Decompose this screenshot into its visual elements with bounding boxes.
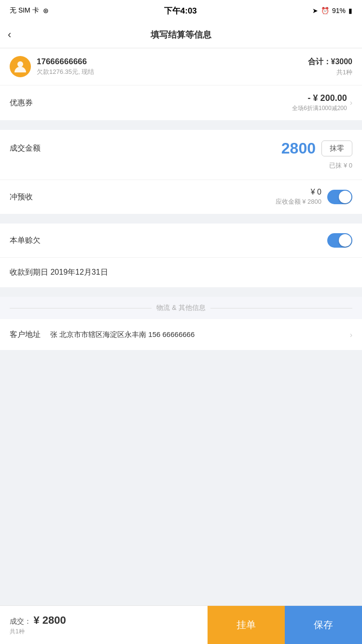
status-left: 无 SIM 卡 ⊛ (10, 6, 49, 15)
amount-label: 成交金额 (10, 143, 41, 154)
coupon-right: - ¥ 200.00 全场6折满1000减200 › (292, 93, 352, 112)
customer-sub: 欠款1276.35元, 现结 (37, 68, 94, 76)
customer-info: 17666666666 欠款1276.35元, 现结 (37, 57, 94, 76)
logistics-label: 物流 & 其他信息 (156, 304, 205, 312)
battery-icon: ▮ (348, 7, 352, 14)
bottom-bar: 成交： ¥ 2800 共1种 挂单 保存 (0, 605, 362, 644)
main-content: 17666666666 欠款1276.35元, 现结 合计：¥3000 共1种 … (0, 48, 362, 466)
nav-bar: ‹ 填写结算等信息 (0, 21, 362, 48)
coupon-discount: - ¥ 200.00 (292, 93, 347, 103)
hold-button[interactable]: 挂单 (208, 606, 285, 644)
battery-text: 91% (332, 7, 346, 14)
total-count: 共1种 (308, 68, 353, 77)
prepay-sub: 应收金额 ¥ 2800 (276, 197, 321, 206)
amount-row: 成交金额 2800 抹零 (10, 140, 352, 157)
prepay-amount: ¥ 0 (276, 188, 321, 196)
divider-line-right (210, 308, 352, 308)
section-divider-1 (0, 125, 362, 130)
svg-point-0 (17, 61, 23, 67)
bottom-total-label: 成交： (10, 617, 31, 625)
status-bar: 无 SIM 卡 ⊛ 下午4:03 ➤ ⏰ 91% ▮ (0, 0, 362, 21)
coupon-desc: 全场6折满1000减200 (292, 104, 347, 112)
coupon-row[interactable]: 优惠券 - ¥ 200.00 全场6折满1000减200 › (0, 85, 362, 120)
avatar (10, 56, 31, 77)
amount-section: 成交金额 2800 抹零 已抹 ¥ 0 (0, 130, 362, 180)
back-button[interactable]: ‹ (8, 28, 11, 41)
page-title: 填写结算等信息 (151, 29, 211, 41)
address-value: 张 北京市市辖区海淀区永丰南 156 66666666 (50, 329, 350, 340)
due-date-value: 2019年12月31日 (50, 268, 108, 276)
bottom-total-value: ¥ 2800 (33, 614, 66, 626)
address-chevron-icon: › (350, 331, 352, 339)
prepay-detail: ¥ 0 应收金额 ¥ 2800 (276, 188, 321, 206)
sim-text: 无 SIM 卡 (10, 6, 39, 15)
bottom-summary: 成交： ¥ 2800 共1种 (0, 614, 208, 636)
address-label: 客户地址 (10, 330, 41, 340)
coupon-chevron-icon: › (350, 98, 352, 107)
bottom-count: 共1种 (10, 628, 198, 636)
prepay-right: ¥ 0 应收金额 ¥ 2800 (276, 188, 352, 206)
amount-value: 2800 (281, 140, 316, 157)
due-date-row: 收款到期日 2019年12月31日 (0, 257, 362, 287)
wifi-icon: ⊛ (43, 7, 49, 14)
avatar-icon (13, 59, 28, 74)
due-date-label: 收款到期日 (10, 268, 48, 276)
customer-phone: 17666666666 (37, 57, 94, 67)
debt-section: 本单赊欠 (0, 224, 362, 257)
debt-label: 本单赊欠 (10, 236, 41, 246)
coupon-detail: - ¥ 200.00 全场6折满1000减200 (292, 93, 347, 112)
debt-toggle[interactable] (327, 233, 352, 248)
total-label: 合计：¥3000 (308, 57, 353, 67)
section-divider-2 (0, 219, 362, 224)
customer-row: 17666666666 欠款1276.35元, 现结 合计：¥3000 共1种 (0, 48, 362, 85)
location-icon: ➤ (312, 7, 318, 14)
address-row[interactable]: 客户地址 张 北京市市辖区海淀区永丰南 156 66666666 › (0, 319, 362, 350)
section-divider-3 (0, 292, 362, 297)
status-time: 下午4:03 (164, 5, 197, 16)
gray-area (0, 350, 362, 418)
coupon-label: 优惠券 (10, 98, 33, 108)
logistics-divider: 物流 & 其他信息 (0, 297, 362, 319)
prepay-row: 冲预收 ¥ 0 应收金额 ¥ 2800 (0, 180, 362, 214)
divider-line-left (10, 308, 152, 308)
amount-right: 2800 抹零 (281, 140, 352, 157)
save-button[interactable]: 保存 (285, 606, 362, 644)
prepay-toggle[interactable] (327, 190, 352, 204)
amount-card: 成交金额 2800 抹零 已抹 ¥ 0 冲预收 ¥ 0 应收金额 ¥ 2800 (0, 130, 362, 214)
amount-sub: 已抹 ¥ 0 (10, 161, 352, 170)
customer-card: 17666666666 欠款1276.35元, 现结 合计：¥3000 共1种 … (0, 48, 362, 120)
status-right: ➤ ⏰ 91% ▮ (312, 7, 352, 14)
prepay-label: 冲预收 (10, 192, 33, 202)
customer-left: 17666666666 欠款1276.35元, 现结 (10, 56, 94, 77)
bottom-total-row: 成交： ¥ 2800 (10, 614, 198, 627)
round-button[interactable]: 抹零 (321, 140, 352, 156)
customer-right: 合计：¥3000 共1种 (308, 57, 353, 77)
alarm-icon: ⏰ (321, 7, 329, 14)
debt-card: 本单赊欠 收款到期日 2019年12月31日 (0, 224, 362, 287)
